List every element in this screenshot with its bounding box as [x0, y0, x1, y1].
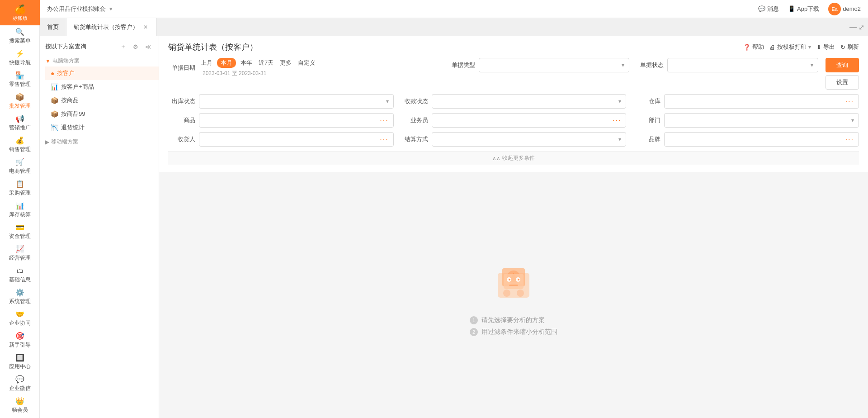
- sidebar-item-label: 销售管理: [9, 146, 31, 153]
- left-panel: 按以下方案查询 ＋ ⚙ ≪ ▼ 电脑端方案: [40, 36, 159, 418]
- expand-arrow: ▼: [45, 58, 51, 64]
- sidebar-item-search-menu[interactable]: 🔍 搜索菜单: [0, 25, 40, 47]
- brand-dots: ···: [845, 135, 854, 143]
- mobile-arrow: ▶: [45, 139, 49, 145]
- sidebar-item-wechat[interactable]: 💬 企业微信: [0, 373, 40, 394]
- collapse-bar[interactable]: ∧∧ 收起更多条件: [168, 151, 859, 165]
- sidebar-item-inventory[interactable]: 📊 库存核算: [0, 199, 40, 221]
- print-btn[interactable]: 🖨 按模板打印 ▾: [769, 43, 811, 51]
- sidebar-item-finance[interactable]: 💳 资金管理: [0, 221, 40, 242]
- by-goods-label: 按商品: [61, 96, 79, 104]
- export-btn[interactable]: ⬇ 导出: [816, 43, 835, 51]
- sidebar-item-retail[interactable]: 🏪 零售管理: [0, 69, 40, 90]
- by-customer-goods-label: 按客户+商品: [61, 83, 94, 91]
- by-customer-icon: ●: [51, 70, 54, 77]
- sidebar-item-system[interactable]: ⚙️ 系统管理: [0, 286, 40, 308]
- date-tab-7days[interactable]: 近7天: [257, 58, 275, 68]
- out-status-label: 出库状态: [168, 97, 195, 105]
- window-minimize-btn[interactable]: —: [849, 23, 857, 31]
- sidebar-item-label: 采购管理: [9, 189, 31, 197]
- sidebar-item-label: 企业微信: [9, 385, 31, 392]
- goods-select[interactable]: ···: [199, 113, 394, 128]
- receiver-select[interactable]: ···: [199, 132, 394, 147]
- svg-point-5: [503, 290, 510, 297]
- sidebar-item-member[interactable]: 👑 畅会员: [0, 394, 40, 416]
- warehouse-dots: ···: [845, 97, 854, 105]
- date-tab-this-year[interactable]: 本年: [239, 58, 254, 68]
- sidebar-item-label: 电商管理: [9, 167, 31, 175]
- date-tab-last-month[interactable]: 上月: [199, 58, 214, 68]
- sidebar-item-label: 新手引导: [9, 341, 31, 349]
- user-avatar-area[interactable]: Ea demo2: [828, 3, 861, 15]
- settings-button[interactable]: 设置: [826, 75, 859, 90]
- by-goods-99-label: 按商品99: [61, 110, 85, 118]
- operation-icon: 📈: [15, 245, 24, 253]
- sidebar-item-marketing[interactable]: 📢 营销推广: [0, 112, 40, 134]
- inventory-icon: 📊: [15, 201, 24, 210]
- sidebar-item-label: 畅会员: [12, 406, 28, 414]
- sidebar-item-app-center[interactable]: 🔲 应用中心: [0, 351, 40, 373]
- page-title: 销货单统计表（按客户）: [168, 42, 258, 52]
- sidebar-item-operation[interactable]: 📈 经营管理: [0, 242, 40, 264]
- payment-status-select[interactable]: ▾: [432, 94, 627, 109]
- staff-select[interactable]: ···: [432, 113, 627, 128]
- settlement-select[interactable]: ▾: [432, 132, 627, 147]
- scheme-by-customer[interactable]: ● 按客户: [45, 66, 159, 80]
- wholesale-icon: 📦: [15, 93, 24, 101]
- date-tab-more[interactable]: 更多: [278, 58, 293, 68]
- tab-home[interactable]: 首页: [40, 18, 66, 36]
- mobile-section[interactable]: ▶ 移动端方案: [40, 136, 159, 147]
- empty-state: 1 请先选择要分析的方案 2 用过滤条件来缩小分析范围: [159, 173, 868, 418]
- sidebar-item-sales[interactable]: 💰 销售管理: [0, 134, 40, 156]
- out-status-chevron: ▾: [386, 98, 389, 104]
- scheme-by-goods-99[interactable]: 📦 按商品99: [45, 107, 159, 121]
- doc-type-select[interactable]: ▾: [479, 58, 630, 72]
- left-panel-header: 按以下方案查询 ＋ ⚙ ≪: [40, 42, 159, 55]
- message-label: 消息: [767, 5, 779, 13]
- return-stats-label: 退货统计: [61, 124, 85, 132]
- left-panel-actions: ＋ ⚙ ≪: [118, 42, 153, 52]
- by-cg-icon: 📊: [51, 83, 58, 90]
- sidebar-item-purchase[interactable]: 📋 采购管理: [0, 177, 40, 199]
- window-maximize-btn[interactable]: ⤢: [859, 23, 864, 32]
- download-icon: 📱: [788, 5, 795, 12]
- desktop-section[interactable]: ▼ 电脑端方案: [40, 55, 159, 66]
- logo-text: 标账版: [13, 15, 28, 22]
- breadcrumb-chevron[interactable]: ▾: [109, 5, 113, 12]
- sidebar-item-basic[interactable]: 🗂 基础信息: [0, 264, 40, 286]
- member-icon: 👑: [15, 397, 24, 405]
- message-btn[interactable]: 💬 消息: [758, 5, 779, 13]
- collapse-panel-btn[interactable]: ≪: [143, 42, 153, 52]
- svg-point-10: [509, 279, 510, 280]
- sidebar-item-quick-nav[interactable]: ⚡ 快捷导航: [0, 47, 40, 69]
- date-label: 单据日期: [168, 64, 195, 72]
- scheme-by-customer-goods[interactable]: 📊 按客户+商品: [45, 80, 159, 94]
- date-tab-custom[interactable]: 自定义: [296, 58, 317, 68]
- app-download-btn[interactable]: 📱 App下载: [788, 5, 819, 13]
- help-btn[interactable]: ❓ 帮助: [743, 43, 764, 51]
- add-scheme-btn[interactable]: ＋: [118, 42, 128, 52]
- date-tab-this-month[interactable]: 本月: [217, 58, 236, 68]
- desktop-tree-group: ● 按客户 📊 按客户+商品 📦 按商品 📦 按商品99 📉 退货统: [40, 66, 159, 134]
- sidebar-item-wholesale[interactable]: 📦 批发管理: [0, 90, 40, 112]
- refresh-btn[interactable]: ↻ 刷新: [840, 43, 859, 51]
- brand-select[interactable]: ···: [664, 132, 859, 147]
- tabs-bar: 首页 销货单统计表（按客户） ✕ — ⤢: [40, 18, 868, 36]
- doc-status-select[interactable]: ▾: [667, 58, 818, 72]
- scheme-return-stats[interactable]: 📉 退货统计: [45, 121, 159, 134]
- tab-sales-stats[interactable]: 销货单统计表（按客户） ✕: [66, 18, 157, 36]
- left-panel-title: 按以下方案查询: [45, 43, 86, 51]
- warehouse-select[interactable]: ···: [664, 94, 859, 109]
- sidebar-item-cooperation[interactable]: 🤝 企业协同: [0, 308, 40, 329]
- main-area: 办公用品行业模拟账套 ▾ 💬 消息 📱 App下载 Ea demo2 首页: [40, 0, 868, 418]
- sidebar-item-ecommerce[interactable]: 🛒 电商管理: [0, 156, 40, 177]
- out-status-select[interactable]: ▾: [199, 94, 394, 109]
- query-button[interactable]: 查询: [826, 58, 859, 72]
- dept-select[interactable]: ▾: [664, 113, 859, 128]
- tab-close-icon[interactable]: ✕: [142, 24, 149, 31]
- tab-sales-stats-label: 销货单统计表（按客户）: [74, 23, 138, 31]
- sidebar-item-newbie[interactable]: 🎯 新手引导: [0, 329, 40, 351]
- doc-type-chevron: ▾: [622, 62, 624, 68]
- scheme-by-goods[interactable]: 📦 按商品: [45, 94, 159, 107]
- edit-scheme-btn[interactable]: ⚙: [131, 42, 141, 52]
